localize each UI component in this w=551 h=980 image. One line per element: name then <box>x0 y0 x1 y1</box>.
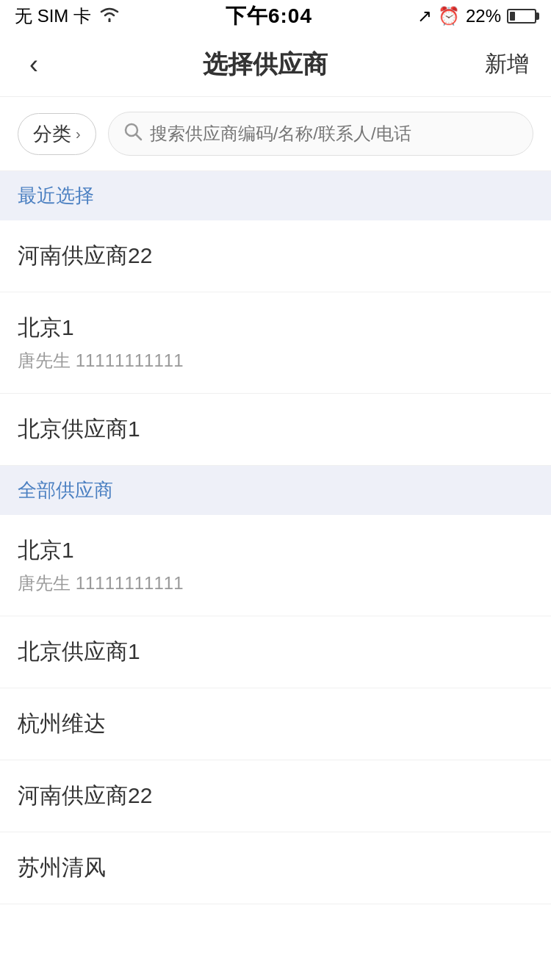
add-button[interactable]: 新增 <box>485 49 529 79</box>
search-box <box>108 112 533 156</box>
search-icon <box>123 122 143 146</box>
status-right: ↗ ⏰ 22% <box>417 6 536 26</box>
no-sim-label: 无 SIM 卡 <box>15 4 91 28</box>
item-name: 北京1 <box>18 536 533 566</box>
item-name: 杭州维达 <box>18 709 533 739</box>
section-header-recent: 最近选择 <box>0 171 551 220</box>
item-name: 河南供应商22 <box>18 241 533 271</box>
item-name: 北京1 <box>18 313 533 343</box>
nav-bar: ‹ 选择供应商 新增 <box>0 32 551 97</box>
svg-line-1 <box>136 134 141 140</box>
section-title-recent: 最近选择 <box>18 184 94 206</box>
back-button[interactable]: ‹ <box>22 42 46 87</box>
status-left: 无 SIM 卡 <box>15 4 120 28</box>
item-name: 北京供应商1 <box>18 637 533 667</box>
section-title-all: 全部供应商 <box>18 479 113 501</box>
category-button[interactable]: 分类 › <box>18 113 96 155</box>
list-item[interactable]: 河南供应商22 <box>0 760 551 832</box>
search-input[interactable] <box>150 123 518 144</box>
list-item[interactable]: 杭州维达 <box>0 688 551 760</box>
chevron-right-icon: › <box>76 126 81 143</box>
sections-container: 最近选择河南供应商22北京1唐先生 11111111111北京供应商1全部供应商… <box>0 171 551 904</box>
battery-percent: 22% <box>466 6 501 26</box>
list-item[interactable]: 北京供应商1 <box>0 394 551 466</box>
list-item[interactable]: 河南供应商22 <box>0 220 551 292</box>
item-name: 河南供应商22 <box>18 781 533 811</box>
item-sub: 唐先生 11111111111 <box>18 349 533 372</box>
filter-bar: 分类 › <box>0 97 551 171</box>
status-time: 下午6:04 <box>226 2 312 30</box>
list-item[interactable]: 北京供应商1 <box>0 616 551 688</box>
section-header-all: 全部供应商 <box>0 466 551 515</box>
list-item[interactable]: 苏州清风 <box>0 832 551 904</box>
wifi-icon <box>98 6 120 26</box>
battery-icon <box>507 9 536 24</box>
item-name: 苏州清风 <box>18 853 533 883</box>
list-item[interactable]: 北京1唐先生 11111111111 <box>0 515 551 616</box>
list-item[interactable]: 北京1唐先生 11111111111 <box>0 292 551 394</box>
alarm-icon: ⏰ <box>438 6 460 26</box>
category-label: 分类 <box>33 121 71 147</box>
location-icon: ↗ <box>417 6 432 26</box>
item-sub: 唐先生 11111111111 <box>18 572 533 595</box>
item-name: 北京供应商1 <box>18 414 533 444</box>
status-bar: 无 SIM 卡 下午6:04 ↗ ⏰ 22% <box>0 0 551 32</box>
page-title: 选择供应商 <box>203 48 328 82</box>
